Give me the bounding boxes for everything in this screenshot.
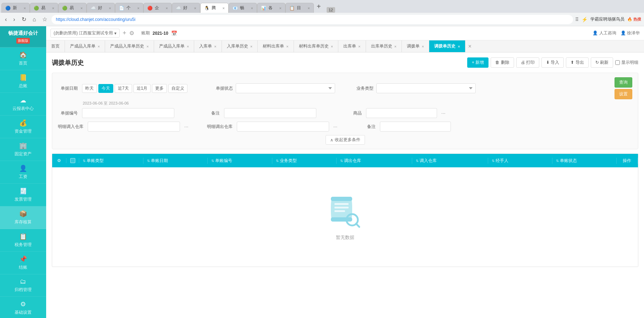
delete-button[interactable]: 🗑 删除 [491, 57, 514, 68]
sidebar-item-capital[interactable]: 💰 资金管理 [0, 116, 46, 138]
sidebar-item-archive[interactable]: 🗂 归档管理 [0, 274, 46, 297]
home-button[interactable]: ⌂ [31, 15, 38, 24]
lightning-icon[interactable]: ⚡ [582, 17, 588, 22]
date-btn-yesterday[interactable]: 昨天 [82, 84, 97, 93]
browser-tab-2[interactable]: 🟢 易 × [30, 3, 58, 13]
th-biz-type[interactable]: ⇅ 业务类型 [272, 158, 337, 164]
remark-input[interactable] [224, 108, 316, 118]
goods-input[interactable] [366, 108, 437, 118]
th-in-wh[interactable]: ⇅ 调入仓库 [412, 158, 488, 164]
sidebar-item-ledger[interactable]: 📒 总账 [0, 70, 46, 93]
sidebar-item-close[interactable]: 📌 结账 [0, 252, 46, 274]
service-link[interactable]: 👤 人工咨询 [593, 30, 616, 36]
calendar-icon[interactable]: 📅 [171, 30, 177, 36]
tab-product-in2-close[interactable]: × [187, 44, 189, 49]
tab-product-in2[interactable]: 产成品入库单 × [154, 40, 194, 52]
detail-in-input[interactable] [88, 122, 180, 132]
tab-transfer[interactable]: 调拨单 × [402, 40, 429, 52]
address-input[interactable] [51, 15, 573, 24]
new-tab-button[interactable]: + [314, 2, 324, 11]
tab-transfer-close[interactable]: × [422, 44, 424, 49]
extensions-icon[interactable]: ⠿ [575, 17, 579, 22]
browser-tab-7[interactable]: ☁️ 好 × [172, 3, 200, 13]
settings-filter-button[interactable]: 设置 [615, 89, 632, 99]
refresh-button[interactable]: ↻ [20, 15, 28, 24]
tab-out-history-close[interactable]: × [394, 44, 397, 49]
detail-in-ellipsis[interactable]: ··· [184, 124, 189, 129]
back-button[interactable]: ‹ [3, 15, 9, 24]
header-checkbox[interactable] [70, 158, 75, 163]
th-out-wh[interactable]: ⇅ 调出仓库 [337, 158, 412, 164]
remark2-input[interactable] [380, 122, 451, 132]
number-input[interactable] [82, 108, 174, 118]
collapse-button[interactable]: ∧ 收起更多条件 [326, 135, 365, 145]
browser-tab-5[interactable]: 📄 个 × [115, 3, 143, 13]
date-btn-7days[interactable]: 近7天 [115, 84, 132, 93]
tab4-close[interactable]: × [109, 6, 111, 10]
sidebar-item-inventory[interactable]: 📦 库存核算 [0, 206, 46, 229]
tab-in-order-close[interactable]: × [214, 44, 216, 49]
browser-tab-1[interactable]: 🔵 新 × [1, 3, 30, 13]
import-button[interactable]: ⬇ 导入 [541, 57, 564, 68]
sidebar-item-fixed-assets[interactable]: 🏢 固定资产 [0, 138, 46, 161]
biz-type-select[interactable] [376, 83, 476, 93]
print-button[interactable]: 🖨 打印 [516, 57, 539, 68]
goods-ellipsis[interactable]: ··· [441, 110, 446, 116]
tab-transfer-history[interactable]: 调拨单历史 × [429, 40, 465, 52]
tab9-close[interactable]: × [251, 6, 253, 10]
browser-tab-11[interactable]: 📋 目 × [285, 3, 314, 13]
date-btn-custom[interactable]: 自定义 [168, 84, 187, 93]
browser-tab-4[interactable]: ☁️ 好 × [87, 3, 115, 13]
tab5-close[interactable]: × [137, 6, 140, 10]
tab2-close[interactable]: × [52, 6, 54, 10]
sidebar-item-reports[interactable]: ☁ 云报表中心 [0, 93, 46, 116]
query-button[interactable]: 查询 [615, 77, 632, 88]
browser-tab-3[interactable]: 🟢 易 × [58, 3, 87, 13]
tab-out-order[interactable]: 出库单 × [338, 40, 366, 52]
browser-tab-9[interactable]: 📧 畅 × [229, 3, 257, 13]
th-status[interactable]: ⇅ 单账状态 [552, 158, 617, 164]
sidebar-item-tax[interactable]: 📋 税务管理 [0, 229, 46, 252]
new-button[interactable]: + 新增 [467, 57, 489, 68]
close-all-tabs-icon[interactable]: × [465, 40, 474, 52]
tab-in-history-close[interactable]: × [250, 44, 252, 49]
company-selector[interactable]: (勿删勿禁用) 江西服宝测试专用 ▾ [50, 29, 120, 38]
date-btn-more[interactable]: 更多 [152, 84, 167, 93]
show-full-checkbox[interactable] [615, 60, 620, 65]
forward-button[interactable]: › [11, 15, 17, 24]
tab-material-out-history-close[interactable]: × [331, 44, 333, 49]
refresh-button-page[interactable]: ↻ 刷新 [591, 57, 613, 68]
tab-transfer-history-close[interactable]: × [458, 44, 460, 49]
th-settings[interactable]: ⚙ [52, 158, 66, 163]
th-number[interactable]: ⇅ 单账编号 [208, 158, 272, 164]
th-type[interactable]: ⇅ 单账类型 [79, 158, 143, 164]
th-date[interactable]: ⇅ 单账日期 [143, 158, 208, 164]
tab-home[interactable]: 首页 [46, 40, 65, 52]
tab-material-out-history[interactable]: 材料出库单历史 × [294, 40, 338, 52]
tab11-close[interactable]: × [308, 6, 310, 10]
detail-out-input[interactable] [237, 122, 329, 132]
tab-out-order-close[interactable]: × [358, 44, 360, 49]
user-avatar[interactable]: 👤 徐泽华 [621, 30, 640, 36]
tab-material-out[interactable]: 材料出库单 × [258, 40, 294, 52]
tab-product-in-history[interactable]: 产成品入库单历史 × [105, 40, 154, 52]
date-btn-1month[interactable]: 近1月 [133, 84, 151, 93]
status-select[interactable] [236, 83, 335, 93]
tab8-close[interactable]: × [223, 6, 225, 10]
tab10-close[interactable]: × [279, 6, 282, 10]
tab-out-history[interactable]: 出库单历史 × [366, 40, 402, 52]
tab-product-in-history-close[interactable]: × [146, 44, 148, 49]
date-btn-today[interactable]: 今天 [98, 84, 113, 93]
tab-in-order[interactable]: 入库单 × [194, 40, 222, 52]
sidebar-item-invoice[interactable]: 🧾 发票管理 [0, 184, 46, 206]
tab-material-out-close[interactable]: × [286, 44, 288, 49]
detail-out-ellipsis[interactable]: ··· [333, 124, 338, 129]
browser-tab-10[interactable]: 📊 各 × [257, 3, 285, 13]
tab1-close[interactable]: × [24, 6, 26, 10]
tab3-close[interactable]: × [81, 6, 83, 10]
th-handler[interactable]: ⇅ 经手人 [488, 158, 552, 164]
tab-product-in-close[interactable]: × [98, 44, 100, 49]
tab-product-in[interactable]: 产成品入库单 × [65, 40, 105, 52]
sidebar-item-settings[interactable]: ⚙ 基础设置 [0, 297, 46, 318]
tab6-close[interactable]: × [166, 6, 168, 10]
